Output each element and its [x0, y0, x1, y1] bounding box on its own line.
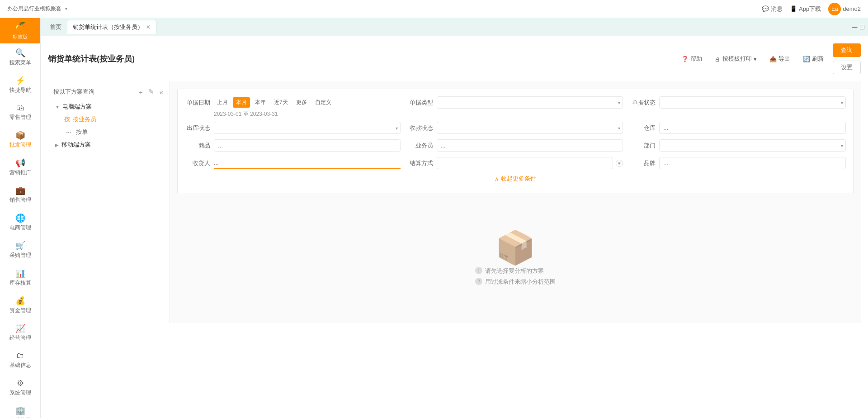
help-icon: ❓	[681, 56, 689, 62]
btn-this-month[interactable]: 本月	[233, 97, 250, 108]
stockstatus-select[interactable]	[214, 122, 401, 134]
tab-bar: 首页 销货单统计表（按业务员） ✕ ─ □	[41, 18, 868, 36]
add-scheme-btn[interactable]: +	[138, 87, 144, 97]
btn-last-month[interactable]: 上月	[214, 97, 231, 108]
empty-tip-1-text: 请先选择要分析的方案	[485, 267, 544, 275]
btn-this-year[interactable]: 本年	[252, 97, 269, 108]
inventory-icon: 📊	[2, 268, 38, 278]
marketing-icon: 📢	[2, 158, 38, 168]
sidebar-item-ecommerce[interactable]: 🌐 电商管理	[0, 209, 40, 236]
sidebar-item-system[interactable]: ⚙ 系统管理	[0, 374, 40, 401]
sidebar-item-wholesale[interactable]: 📦 批发管理	[0, 126, 40, 153]
workspace: 按以下方案查询 + ✎ «	[48, 81, 861, 323]
tree-children-desktop: 按 按业务员 𝌀 按单	[53, 113, 164, 138]
empty-tip-1: 1 请先选择要分析的方案	[475, 267, 556, 275]
phone-icon: 📱	[790, 5, 797, 12]
sidebar-item-operation[interactable]: 📈 经营管理	[0, 319, 40, 347]
empty-state: 📦 1 请先选择要分析的方案 2 用过滤条件来缩小分析范围	[177, 201, 854, 316]
btn-custom[interactable]: 自定义	[312, 97, 335, 108]
tab-minimize-btn[interactable]: ─	[852, 23, 857, 31]
avatar: Ea	[828, 3, 841, 15]
receiver-input[interactable]	[214, 157, 401, 169]
receivestatus-select[interactable]	[437, 122, 623, 134]
collapse-scheme-btn[interactable]: «	[159, 87, 164, 97]
docstatus-label: 单据状态	[630, 99, 656, 107]
settlement-select[interactable]	[437, 157, 613, 169]
settings-btn[interactable]: 设置	[833, 61, 861, 74]
sidebar-item-purchase[interactable]: 🛒 采购管理	[0, 236, 40, 264]
doctype-select[interactable]	[437, 96, 623, 109]
receiver-label: 收货人	[185, 159, 210, 167]
warehouse-input[interactable]	[659, 122, 846, 134]
btn-last7[interactable]: 近7天	[271, 97, 291, 108]
filter-row-3: 商品 业务员 部门	[185, 139, 846, 152]
sidebar-item-enterprise[interactable]: 🏢 企业协同	[0, 401, 40, 418]
date-range-display: 2023-03-01 至 2023-03-31	[185, 109, 846, 122]
sidebar-item-marketing[interactable]: 📢 营销推广	[0, 153, 40, 181]
tree-arrow-mobile: ▶	[55, 142, 59, 147]
salesperson-input[interactable]	[437, 139, 623, 152]
template-print-label: 按模板打印	[722, 55, 752, 63]
filter-container: 单据日期 上月 本月 本年 近7天 更多 自定义	[177, 89, 854, 194]
doctype-label: 单据类型	[408, 99, 433, 107]
print-icon: 🖨	[715, 56, 721, 62]
tab-sales-stat[interactable]: 销货单统计表（按业务员） ✕	[67, 20, 156, 34]
tab-close-btn[interactable]: ✕	[146, 24, 151, 30]
sidebar-item-basic[interactable]: 🗂 基础信息	[0, 347, 40, 374]
docstatus-select[interactable]	[659, 96, 846, 109]
enterprise-icon: 🏢	[2, 406, 38, 416]
scheme-actions: + ✎ «	[138, 87, 164, 97]
sidebar-label-search: 搜索菜单	[2, 59, 38, 66]
department-label: 部门	[630, 142, 656, 150]
department-select[interactable]	[659, 139, 846, 152]
scheme-title: 按以下方案查询	[53, 88, 94, 96]
content-area: 首页 销货单统计表（按业务员） ✕ ─ □ 销货单统计表(按业务员)	[41, 18, 868, 418]
goods-input[interactable]	[214, 139, 401, 152]
sidebar-label-shortcut: 快捷导航	[2, 86, 38, 94]
order-icon: 𝌀	[64, 129, 73, 136]
user-avatar-btn[interactable]: Ea demo2	[828, 3, 861, 15]
export-btn[interactable]: 📤 导出	[766, 53, 794, 65]
edit-scheme-btn[interactable]: ✎	[147, 87, 155, 97]
warehouse-label: 仓库	[630, 124, 656, 132]
export-label: 导出	[778, 55, 790, 63]
department-select-wrap: ▾	[659, 139, 846, 152]
query-btn[interactable]: 查询	[833, 43, 861, 57]
app-download-btn[interactable]: 📱 App下载	[790, 5, 821, 13]
tree-child-order[interactable]: 𝌀 按单	[62, 126, 164, 138]
sidebar-label-ecommerce: 电商管理	[2, 224, 38, 232]
tree-mobile[interactable]: ▶ 移动端方案	[53, 138, 164, 151]
collapse-btn[interactable]: ∧ 收起更多条件	[495, 175, 536, 183]
doctype-select-wrap: ▾	[437, 96, 623, 109]
refresh-icon: 🔄	[803, 56, 810, 62]
username-label: demo2	[843, 5, 861, 12]
sidebar-label-finance: 资金管理	[2, 307, 38, 314]
tab-maximize-btn[interactable]: □	[860, 23, 864, 31]
top-bar-right: 💬 消息 📱 App下载 Ea demo2	[762, 3, 861, 15]
tree-child-salesperson[interactable]: 按 按业务员	[62, 113, 164, 126]
system-icon: ⚙	[2, 378, 38, 388]
sidebar-item-sales[interactable]: 💼 销售管理	[0, 181, 40, 209]
template-print-btn[interactable]: 🖨 按模板打印 ▾	[711, 53, 760, 65]
settlement-clear-btn[interactable]: ✕	[616, 160, 623, 167]
refresh-btn[interactable]: 🔄 刷新	[799, 53, 827, 65]
sidebar-item-inventory[interactable]: 📊 库存核算	[0, 264, 40, 291]
empty-icon: 📦	[495, 228, 536, 267]
tree-desktop[interactable]: ▼ 电脑端方案	[53, 100, 164, 113]
sidebar-item-retail[interactable]: 🛍 零售管理	[0, 99, 40, 126]
brand-input[interactable]	[659, 157, 846, 169]
filter-receiver: 收货人	[185, 157, 401, 169]
btn-more[interactable]: 更多	[293, 97, 310, 108]
sidebar-item-search[interactable]: 🔍 搜索菜单	[0, 43, 40, 71]
sidebar-item-shortcut[interactable]: ⚡ 快捷导航	[0, 71, 40, 99]
app-download-label: App下载	[799, 5, 821, 13]
sidebar-item-finance[interactable]: 💰 资金管理	[0, 291, 40, 319]
filter-salesperson: 业务员	[408, 139, 623, 152]
message-btn[interactable]: 💬 消息	[762, 5, 783, 13]
app-name-dropdown[interactable]: ▾	[65, 6, 67, 11]
collapse-icon: «	[160, 88, 163, 96]
sidebar-label-marketing: 营销推广	[2, 169, 38, 176]
tab-home[interactable]: 首页	[44, 20, 67, 34]
help-btn[interactable]: ❓ 帮助	[678, 53, 706, 65]
page-title: 销货单统计表(按业务员)	[48, 53, 135, 64]
